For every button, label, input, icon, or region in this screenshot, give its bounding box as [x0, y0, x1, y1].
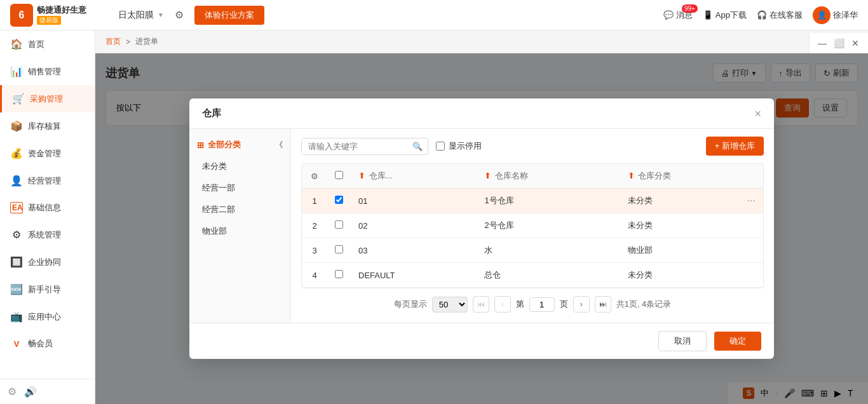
sidebar-label-membership: 畅会员 — [28, 338, 53, 349]
last-page-button[interactable]: ⏭ — [595, 296, 611, 313]
sidebar-item-sales[interactable]: 📊 销售管理 — [0, 58, 95, 85]
modal-footer: 取消 确定 — [189, 323, 774, 359]
online-service-item[interactable]: 🎧 在线客服 — [757, 10, 803, 21]
close-window-button[interactable]: ✕ — [848, 36, 863, 51]
finance-icon: 💰 — [10, 147, 23, 159]
table-row[interactable]: 2 02 2号仓库 未分类 — [302, 213, 763, 238]
trial-button[interactable]: 体验行业方案 — [194, 6, 264, 25]
sidebar-label-enterprise: 企业协同 — [28, 257, 61, 268]
message-badge: 99+ — [682, 4, 698, 13]
user-item[interactable]: 👤 徐泽华 — [813, 6, 858, 24]
prev-page-button[interactable]: ‹ — [494, 296, 511, 313]
th-settings[interactable]: ⚙ — [302, 164, 327, 189]
app-download-item[interactable]: 📱 App下载 — [703, 10, 747, 21]
td-checkbox[interactable] — [327, 263, 351, 288]
sort-name-icon: ⬆ — [484, 171, 491, 180]
content-area: 进货单 🖨 打印 ▼ ↑ 导出 ↻ 刷新 — [95, 53, 868, 404]
td-name: 水 — [477, 238, 620, 263]
sidebar-item-system[interactable]: ⚙ 系统管理 — [0, 221, 95, 248]
appcenter-icon: 📺 — [10, 311, 23, 323]
sidebar-label-basicinfo: 基础信息 — [28, 202, 61, 213]
settings-bottom-icon[interactable]: ⚙ — [8, 386, 17, 398]
search-icon[interactable]: 🔍 — [407, 138, 428, 154]
th-code: ⬆ 仓库... — [351, 164, 477, 189]
td-name: 总仓 — [477, 263, 620, 288]
row-checkbox[interactable] — [335, 245, 343, 253]
logo: 6 畅捷通好生意 捷易版 — [10, 4, 105, 27]
cancel-button[interactable]: 取消 — [658, 331, 707, 351]
sidebar-item-membership[interactable]: V 畅会员 — [0, 330, 95, 357]
th-check[interactable] — [327, 164, 351, 189]
search-input[interactable] — [302, 138, 407, 154]
cat-item-dept2[interactable]: 经营二部 — [189, 199, 290, 220]
sales-icon: 📊 — [10, 65, 23, 77]
td-checkbox[interactable] — [327, 213, 351, 238]
modal-overlay: 仓库 × ⊞ 全部分类 《 — [95, 53, 868, 404]
cat-item-property[interactable]: 物业部 — [189, 220, 290, 242]
show-disabled-label: 显示停用 — [449, 140, 482, 152]
headset-icon: 🎧 — [757, 10, 767, 20]
inventory-icon: 📦 — [10, 120, 23, 132]
per-page-select[interactable]: 50 20 100 — [432, 297, 468, 313]
sidebar-label-sales: 销售管理 — [28, 66, 61, 77]
show-disabled-toggle[interactable]: 显示停用 — [436, 140, 482, 152]
show-disabled-checkbox[interactable] — [436, 142, 445, 151]
sidebar-item-enterprise[interactable]: 🔲 企业协同 — [0, 248, 95, 276]
gear-icon: ⚙ — [175, 9, 184, 21]
sidebar-item-inventory[interactable]: 📦 库存核算 — [0, 112, 95, 140]
table-row[interactable]: 1 01 1号仓库 未分类··· — [302, 189, 763, 213]
table-row[interactable]: 4 DEFAULT 总仓 未分类 — [302, 263, 763, 288]
row-checkbox[interactable] — [335, 270, 343, 278]
sidebar-item-finance[interactable]: 💰 资金管理 — [0, 140, 95, 167]
sidebar-item-operations[interactable]: 👤 经营管理 — [0, 167, 95, 194]
guide-icon: 🆕 — [10, 283, 23, 295]
collapse-icon[interactable]: 《 — [275, 140, 283, 151]
online-service-label: 在线客服 — [770, 10, 803, 21]
td-checkbox[interactable] — [327, 238, 351, 263]
row-checkbox[interactable] — [335, 196, 343, 204]
sidebar-bottom: ⚙ 🔊 — [0, 379, 95, 404]
td-checkbox[interactable] — [327, 189, 351, 213]
sidebar-label-guide: 新手引导 — [28, 284, 61, 295]
sidebar-item-purchase[interactable]: 🛒 采购管理 — [0, 85, 95, 112]
phone-icon: 📱 — [703, 10, 713, 20]
per-page-label: 每页显示 — [394, 299, 427, 310]
logo-icon: 6 — [10, 4, 33, 27]
td-name: 1号仓库 — [477, 189, 620, 213]
add-warehouse-button[interactable]: + 新增仓库 — [706, 137, 764, 156]
breadcrumb-home[interactable]: 首页 — [105, 36, 121, 47]
sidebar-item-basicinfo[interactable]: EA 基础信息 — [0, 194, 95, 221]
sidebar-item-appcenter[interactable]: 📺 应用中心 — [0, 303, 95, 330]
volume-icon[interactable]: 🔊 — [24, 386, 37, 398]
category-header[interactable]: ⊞ 全部分类 《 — [189, 134, 290, 156]
membership-icon: V — [10, 339, 23, 349]
page-number-input[interactable]: 1 — [529, 297, 555, 312]
sort-code-icon: ⬆ — [358, 171, 365, 180]
confirm-button[interactable]: 确定 — [714, 332, 761, 351]
sidebar-item-guide[interactable]: 🆕 新手引导 — [0, 276, 95, 303]
sidebar: 🏠 首页 📊 销售管理 🛒 采购管理 📦 库存核算 💰 资金管理 👤 经 — [0, 30, 95, 404]
avatar-icon: 👤 — [817, 11, 827, 20]
next-page-button[interactable]: › — [573, 296, 590, 313]
maximize-button[interactable]: ⬜ — [831, 36, 846, 51]
modal-close-button[interactable]: × — [754, 108, 761, 119]
modal-header: 仓库 × — [189, 98, 774, 129]
table-row[interactable]: 3 03 水 物业部 — [302, 238, 763, 263]
cat-item-unclassified[interactable]: 未分类 — [189, 156, 290, 177]
row-checkbox[interactable] — [335, 220, 343, 229]
sidebar-item-home[interactable]: 🏠 首页 — [0, 30, 95, 58]
settings-button[interactable]: ⚙ — [169, 5, 189, 25]
select-all-checkbox[interactable] — [335, 171, 343, 179]
more-button[interactable]: ··· — [747, 195, 756, 206]
td-row-num: 2 — [302, 213, 327, 238]
minimize-button[interactable]: — — [815, 36, 830, 51]
store-selector[interactable]: 日太阳膜 ▼ — [118, 10, 164, 21]
message-item[interactable]: 💬 消息 99+ — [663, 10, 693, 21]
modal-title: 仓库 — [202, 107, 221, 119]
sidebar-label-purchase: 采购管理 — [30, 93, 63, 105]
cat-item-dept1[interactable]: 经营一部 — [189, 177, 290, 199]
first-page-button[interactable]: ⏮ — [473, 296, 489, 313]
td-code: DEFAULT — [351, 263, 477, 288]
th-name: ⬆ 仓库名称 — [477, 164, 620, 189]
category-all-label: 全部分类 — [208, 139, 241, 151]
